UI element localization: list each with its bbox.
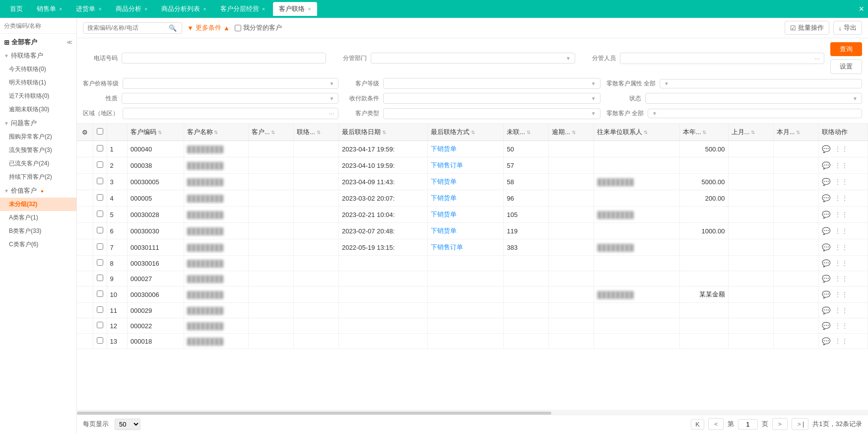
tab-customer-contact[interactable]: 客户联络 × bbox=[273, 2, 317, 16]
table-cell[interactable]: ████████ bbox=[184, 239, 248, 256]
table-cell[interactable]: 💬 ⋮⋮ bbox=[818, 334, 868, 349]
table-cell[interactable] bbox=[248, 303, 293, 318]
table-cell[interactable] bbox=[594, 334, 679, 349]
chat-icon[interactable]: 💬 bbox=[822, 161, 830, 169]
reset-button[interactable]: 设置 bbox=[830, 59, 862, 74]
table-cell[interactable] bbox=[728, 157, 773, 174]
filter-custlevel-input[interactable]: ▼ bbox=[383, 78, 600, 89]
table-cell[interactable] bbox=[248, 318, 293, 334]
sidebar-item-churn-warning[interactable]: 流失预警客户(3) bbox=[0, 144, 76, 157]
table-cell[interactable] bbox=[773, 271, 818, 287]
table-cell[interactable] bbox=[93, 157, 107, 174]
table-cell[interactable] bbox=[93, 271, 107, 287]
first-page-button[interactable]: K bbox=[691, 419, 704, 430]
table-cell[interactable] bbox=[93, 287, 107, 303]
table-cell[interactable] bbox=[428, 256, 504, 271]
table-cell[interactable] bbox=[728, 190, 773, 207]
table-cell[interactable] bbox=[773, 141, 818, 157]
column-contact[interactable]: 联络... bbox=[293, 124, 338, 141]
table-cell[interactable] bbox=[77, 303, 93, 318]
table-cell[interactable] bbox=[773, 239, 818, 256]
table-cell[interactable] bbox=[77, 207, 93, 223]
sidebar-item-class-b[interactable]: B类客户(33) bbox=[0, 224, 76, 238]
column-checkbox[interactable] bbox=[93, 124, 107, 141]
custtype-arrow[interactable]: ▼ bbox=[591, 111, 596, 116]
more-icon[interactable]: ⋮⋮ bbox=[834, 337, 848, 345]
table-cell[interactable] bbox=[549, 287, 594, 303]
table-cell[interactable] bbox=[594, 271, 679, 287]
row-checkbox[interactable] bbox=[97, 243, 103, 250]
page-size-select[interactable]: 50 100 bbox=[115, 419, 140, 430]
table-cell[interactable] bbox=[77, 287, 93, 303]
table-cell[interactable] bbox=[549, 271, 594, 287]
table-cell[interactable]: 下销货单 bbox=[428, 174, 504, 190]
sidebar-all-customers[interactable]: ⊞ 全部客户 ≪ bbox=[0, 34, 76, 49]
table-cell[interactable] bbox=[93, 334, 107, 349]
table-cell[interactable] bbox=[549, 239, 594, 256]
table-cell[interactable] bbox=[728, 207, 773, 223]
status-arrow[interactable]: ▼ bbox=[853, 96, 858, 101]
table-cell[interactable] bbox=[77, 256, 93, 271]
table-cell[interactable] bbox=[773, 174, 818, 190]
chat-icon[interactable]: 💬 bbox=[822, 194, 830, 202]
filter-more-button[interactable]: ▼ 更多条件 ▲ bbox=[187, 23, 230, 32]
table-cell[interactable]: ████████ bbox=[594, 174, 679, 190]
table-cell[interactable] bbox=[293, 318, 338, 334]
export-button[interactable]: ↓ 导出 bbox=[833, 21, 863, 35]
table-cell[interactable] bbox=[77, 174, 93, 190]
manager-ellipsis[interactable]: ··· bbox=[814, 55, 820, 62]
table-cell[interactable] bbox=[93, 223, 107, 239]
column-name[interactable]: 客户名称 bbox=[184, 124, 248, 141]
dept-dropdown-arrow[interactable]: ▼ bbox=[566, 56, 571, 61]
table-cell[interactable] bbox=[248, 207, 293, 223]
table-cell[interactable] bbox=[93, 190, 107, 207]
table-cell[interactable]: ████████ bbox=[184, 287, 248, 303]
payment-arrow[interactable]: ▼ bbox=[591, 96, 596, 101]
scrollbar-thumb[interactable] bbox=[77, 412, 551, 415]
table-cell[interactable] bbox=[728, 318, 773, 334]
row-checkbox[interactable] bbox=[97, 290, 103, 297]
row-checkbox[interactable] bbox=[97, 322, 103, 328]
table-cell[interactable] bbox=[248, 141, 293, 157]
sidebar-item-abnormal[interactable]: 囤购异常客户(2) bbox=[0, 130, 76, 144]
table-cell[interactable] bbox=[248, 256, 293, 271]
column-unit-contact[interactable]: 往来单位联系人 bbox=[594, 124, 679, 141]
sidebar-item-overdue-pending[interactable]: 逾期未联络(30) bbox=[0, 103, 76, 116]
retail-attr-arrow[interactable]: ▼ bbox=[664, 81, 669, 86]
table-cell[interactable] bbox=[93, 174, 107, 190]
table-cell[interactable] bbox=[428, 287, 504, 303]
table-cell[interactable] bbox=[248, 223, 293, 239]
table-cell[interactable] bbox=[594, 223, 679, 239]
column-gear[interactable]: ⚙ bbox=[77, 124, 93, 141]
more-icon[interactable]: ⋮⋮ bbox=[834, 211, 848, 218]
table-cell[interactable] bbox=[549, 141, 594, 157]
tab-analysis-list-close[interactable]: × bbox=[203, 6, 206, 12]
chat-icon[interactable]: 💬 bbox=[822, 275, 830, 283]
table-cell[interactable] bbox=[93, 207, 107, 223]
table-cell[interactable] bbox=[549, 223, 594, 239]
chat-icon[interactable]: 💬 bbox=[822, 243, 830, 251]
my-customers-checkbox[interactable] bbox=[235, 25, 241, 31]
column-last-contact-date[interactable]: 最后联络日期 bbox=[339, 124, 428, 141]
sidebar-item-declining[interactable]: 持续下滑客户(2) bbox=[0, 170, 76, 184]
table-cell[interactable] bbox=[728, 174, 773, 190]
table-cell[interactable]: 下销货单 bbox=[428, 223, 504, 239]
table-cell[interactable]: ████████ bbox=[184, 303, 248, 318]
table-cell[interactable] bbox=[248, 157, 293, 174]
table-cell[interactable] bbox=[594, 141, 679, 157]
more-icon[interactable]: ⋮⋮ bbox=[834, 227, 848, 235]
row-checkbox[interactable] bbox=[97, 259, 103, 266]
sidebar-item-week-pending[interactable]: 近7天待联络(0) bbox=[0, 89, 76, 103]
table-cell[interactable]: 下销售订单 bbox=[428, 239, 504, 256]
sidebar-item-churned[interactable]: 已流失客户(24) bbox=[0, 157, 76, 170]
sidebar-group-value[interactable]: ▼ 价值客户 ● bbox=[0, 184, 76, 198]
table-cell[interactable] bbox=[549, 174, 594, 190]
table-cell[interactable] bbox=[248, 271, 293, 287]
table-cell[interactable] bbox=[594, 303, 679, 318]
table-scrollbar[interactable] bbox=[77, 410, 868, 415]
table-cell[interactable] bbox=[77, 271, 93, 287]
tab-customer-contact-close[interactable]: × bbox=[308, 6, 311, 12]
table-cell[interactable] bbox=[594, 318, 679, 334]
table-cell[interactable] bbox=[728, 141, 773, 157]
row-checkbox[interactable] bbox=[97, 178, 103, 184]
